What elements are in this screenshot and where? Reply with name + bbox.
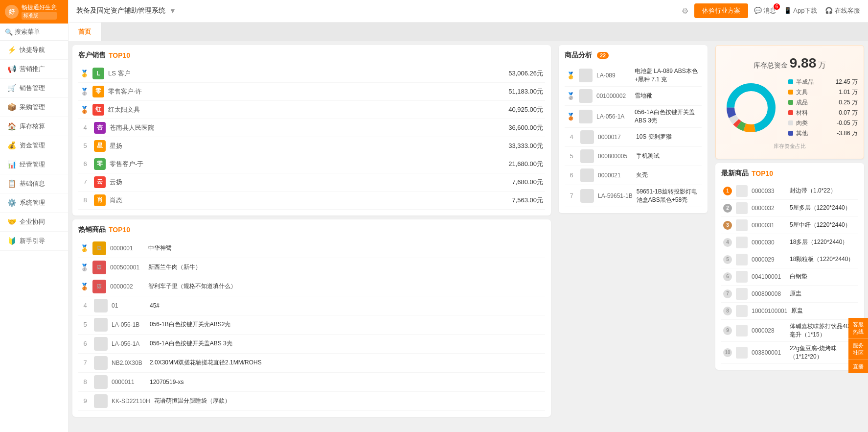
new-product-code: 003800001	[752, 349, 786, 356]
new-product-name: 5厘多层（1220*2440）	[790, 204, 856, 212]
product-analysis-img	[580, 149, 594, 163]
hot-product-row: 4 01 45#	[78, 296, 545, 315]
customer-avatar: 肖	[94, 194, 106, 206]
message-badge-item[interactable]: 💬 6 消息	[754, 6, 777, 15]
product-analysis-panel: 商品分析 22 🥇 LA-089 电池盖 LA-089 ABS本色+黑种 7.1…	[555, 41, 711, 421]
app-download-link[interactable]: 📱 App下载	[784, 6, 817, 15]
sidebar-item-sales[interactable]: 🛒 销售管理	[0, 79, 68, 98]
float-btn-community[interactable]: 服务社区	[848, 339, 868, 360]
new-rank-icon: 3	[723, 221, 732, 230]
tab-home[interactable]: 首页	[69, 23, 101, 41]
dashboard-content: 客户销售 TOP10 🥇 L LS 客户 53,006.26元 🥈 零 零售客户…	[69, 41, 868, 432]
sidebar-item-purchase[interactable]: 📦 采购管理	[0, 98, 68, 117]
new-product-img	[736, 185, 748, 197]
customer-name: 肖态	[110, 196, 508, 205]
inventory-unit: 万	[818, 61, 826, 69]
product-analysis-table: 🥇 LA-089 电池盖 LA-089 ABS本色+黑种 7.1 克 🥈 001…	[565, 65, 702, 207]
settings-icon[interactable]: ⚙	[682, 6, 688, 16]
legend-value: -0.05 万	[837, 119, 858, 127]
product-analysis-name: 夹壳	[636, 171, 700, 179]
product-name: 中华神鹭	[148, 244, 543, 252]
customer-rank-row: 6 零 零售客户-于 21,680.00元	[78, 155, 545, 173]
legend-label: 材料	[796, 109, 836, 117]
float-btn-live[interactable]: 直播	[848, 360, 868, 373]
customer-rank-row: 🥈 零 零售客户-许 51,183.00元	[78, 83, 545, 101]
legend-dot	[788, 90, 793, 95]
sidebar-item-corp[interactable]: 🤝 企业协同	[0, 213, 68, 232]
sidebar-item-system[interactable]: ⚙️ 系统管理	[0, 193, 68, 213]
product-analysis-row: 6 0000021 夹壳	[565, 166, 702, 185]
new-product-img	[736, 271, 748, 283]
product-analysis-code: 0000021	[598, 172, 632, 179]
sidebar-item-finance[interactable]: 💰 资金管理	[0, 136, 68, 155]
dashboard-grid: 客户销售 TOP10 🥇 L LS 客户 53,006.26元 🥈 零 零售客户…	[69, 41, 868, 421]
legend-dot	[788, 79, 793, 84]
product-analysis-img	[579, 89, 593, 103]
product-analysis-code: 0000017	[598, 134, 632, 141]
customer-avatar: 云	[94, 176, 106, 188]
mid-panel: 客户销售 TOP10 🥇 L LS 客户 53,006.26元 🥈 零 零售客户…	[69, 41, 555, 421]
new-product-name: 5厘中纤（1220*2440）	[790, 221, 856, 229]
product-analysis-code: LA-056-1A	[596, 113, 631, 120]
new-rank-icon: 7	[723, 289, 732, 298]
product-analysis-name: 10S 变刹罗猴	[636, 133, 700, 141]
new-product-row: 9 0000028 体碱嘉枝味苏打饮品400毫升（1*15）	[721, 320, 858, 342]
new-product-img	[736, 305, 748, 317]
online-service-link[interactable]: 🎧 在线客服	[825, 6, 860, 15]
hot-products-title-text: 热销商品	[78, 225, 106, 234]
float-btn-service[interactable]: 客服热线	[848, 318, 868, 339]
new-product-code: 0000032	[752, 205, 786, 212]
legend-value: 1.01 万	[839, 88, 858, 96]
app-download-label: App下载	[793, 7, 817, 14]
legend-item: 文具 1.01 万	[788, 87, 858, 97]
new-product-row: 7 000800008 原盅	[721, 286, 858, 303]
legend-value: -3.86 万	[837, 129, 858, 138]
new-product-name: 体碱嘉枝味苏打饮品400毫升（1*15）	[790, 322, 856, 339]
new-product-name: 18多层（1220*2440）	[790, 238, 856, 246]
hot-products-table: 🥇 🖼 0000001 中华神鹭 🥈 🖼 000500001 新西兰牛肉（新牛）…	[78, 239, 545, 411]
sidebar-item-operation[interactable]: 📊 经营管理	[0, 155, 68, 174]
new-product-row: 5 0000029 18颗粒板（1220*2440）	[721, 251, 858, 268]
product-analysis-row: 🥈 001000002 雪地靴	[565, 87, 702, 106]
product-code: KK-SD22110H	[112, 398, 150, 405]
float-panel: 客服热线 服务社区 直播	[848, 318, 868, 373]
product-thumbnail	[94, 375, 108, 389]
new-product-name: 原盅	[790, 289, 856, 298]
customer-name: 红太阳文具	[108, 105, 504, 114]
legend-item: 材料 0.07 万	[788, 108, 858, 118]
trial-button[interactable]: 体验行业方案	[694, 3, 748, 18]
product-code: 0000001	[110, 245, 144, 252]
app-version: 标准版	[22, 12, 57, 20]
product-code: 0000011	[112, 379, 146, 385]
product-thumbnail	[94, 299, 108, 312]
sales-icon: 🛒	[7, 84, 17, 93]
new-rank-icon: 9	[723, 326, 732, 335]
legend-dot	[788, 131, 793, 136]
app-name: 畅捷通好生意	[22, 4, 57, 12]
new-product-row: 2 0000032 5厘多层（1220*2440）	[721, 200, 858, 217]
legend-label: 肉类	[796, 119, 834, 127]
hot-products-title: 热销商品 TOP10	[78, 225, 545, 234]
legend-list: 半成品 12.45 万 文具 1.01 万 成品 0.25 万 材料 0.07 …	[788, 77, 858, 139]
sidebar-item-basic[interactable]: 📋 基础信息	[0, 174, 68, 193]
product-analysis-row: 🥇 LA-089 电池盖 LA-089 ABS本色+黑种 7.1 克	[565, 65, 702, 87]
search-menu-item[interactable]: 🔍 搜索菜单	[0, 24, 68, 41]
legend-value: 0.25 万	[839, 98, 858, 107]
sidebar-item-quick-nav[interactable]: ⚡ 快捷导航	[0, 41, 68, 60]
finance-icon: 💰	[7, 141, 17, 150]
new-product-name: 22g鱼豆腐-烧烤味（1*12*20）	[790, 344, 856, 361]
system-icon: ⚙️	[7, 198, 17, 207]
new-product-name: 白钢垫	[790, 272, 856, 281]
sidebar-item-marketing[interactable]: 📢 营销推广	[0, 60, 68, 79]
phone-icon: 📱	[784, 7, 792, 14]
sidebar-item-guide[interactable]: 🔰 新手引导	[0, 232, 68, 251]
product-analysis-row: 7 LA-59651-1B 59651-1B旋转投影灯电池盒ABS黑色+58壳	[565, 185, 702, 207]
inventory-icon: 🏠	[7, 122, 17, 131]
sidebar-item-inventory[interactable]: 🏠 库存核算	[0, 117, 68, 136]
legend-label: 其他	[796, 129, 834, 138]
hot-products-top10-label: TOP10	[109, 226, 130, 234]
online-service-label: 在线客服	[835, 7, 860, 14]
dropdown-icon[interactable]: ▼	[169, 7, 176, 15]
product-analysis-row: 4 0000017 10S 变刹罗猴	[565, 128, 702, 147]
nav-label-quick-nav: 快捷导航	[20, 46, 45, 54]
